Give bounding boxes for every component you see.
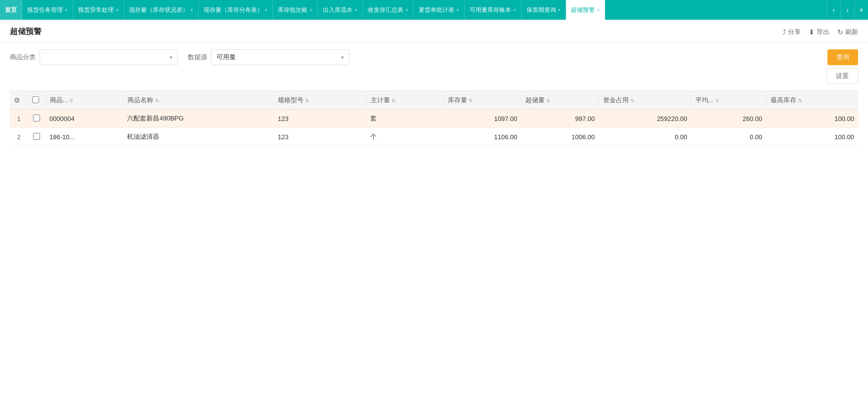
row-name: 六配套新昌490BPG <box>123 110 273 128</box>
row-num: 2 <box>10 128 28 146</box>
close-icon[interactable]: × <box>513 7 516 13</box>
header-actions: ⤴ 分享 ⬇ 导出 ↻ 刷新 <box>782 28 858 37</box>
nav-tab-stock-dist[interactable]: 现存量（库存分布表） × <box>199 0 273 20</box>
nav-arrow-right[interactable]: › <box>840 0 854 20</box>
row-checkbox[interactable] <box>33 115 40 121</box>
row-capital: 259220.00 <box>599 110 691 128</box>
th-code-label: 商品... <box>50 96 68 105</box>
datasource-label: 数据源 <box>188 53 207 62</box>
row-checkbox-cell <box>28 128 45 146</box>
th-avg-label: 平均... <box>695 96 714 105</box>
close-icon[interactable]: × <box>190 7 193 13</box>
th-spec[interactable]: 规格型号 ⇅ <box>274 91 366 110</box>
close-icon[interactable]: × <box>597 7 600 13</box>
close-icon[interactable]: × <box>354 7 357 13</box>
th-stock-label: 库存量 <box>448 96 467 105</box>
table-header-row: ⚙ 商品... ⇅ 商品名称 ⇅ <box>10 91 858 110</box>
row-stock: 1097.00 <box>444 110 521 128</box>
nav-tab-stock-status[interactable]: 现存量（库存状况表） × <box>124 0 199 20</box>
row-avg: 0.00 <box>691 128 766 146</box>
th-checkbox <box>28 91 45 110</box>
refresh-icon: ↻ <box>837 28 843 36</box>
nav-tab-overstock[interactable]: 超储预警 × <box>566 0 605 20</box>
page-header: 超储预警 ⤴ 分享 ⬇ 导出 ↻ 刷新 <box>0 20 868 42</box>
nav-tab-shelf-life[interactable]: 保质期查询 × <box>521 0 566 20</box>
sort-icon: ⇅ <box>630 98 634 103</box>
overstock-table: ⚙ 商品... ⇅ 商品名称 ⇅ <box>10 91 858 146</box>
select-all-checkbox[interactable] <box>32 96 39 103</box>
share-button[interactable]: ⤴ 分享 <box>782 28 801 37</box>
row-num: 1 <box>10 110 28 128</box>
close-icon[interactable]: × <box>116 7 119 13</box>
datasource-filter: 数据源 可用量 ▾ <box>188 49 349 65</box>
row-unit: 个 <box>366 128 444 146</box>
row-stock: 1106.00 <box>444 128 521 146</box>
nav-tab-receive[interactable]: 收发存汇总表 × <box>363 0 414 20</box>
chevron-down-icon: ▾ <box>341 54 344 61</box>
close-icon[interactable]: × <box>405 7 408 13</box>
sort-icon: ⇅ <box>69 98 73 103</box>
gear-icon[interactable]: ⚙ <box>14 96 20 104</box>
query-button[interactable]: 查询 <box>827 49 858 65</box>
th-stock[interactable]: 库存量 ⇅ <box>444 91 521 110</box>
row-checkbox[interactable] <box>33 133 40 140</box>
top-navigation: 首页 拣货任务管理 × 拣货异常处理 × 现存量（库存状况表） × 现存量（库存… <box>0 0 868 20</box>
th-max-stock[interactable]: 最高库存 ⇅ <box>766 91 858 110</box>
page-title: 超储预警 <box>10 27 42 37</box>
refresh-button[interactable]: ↻ 刷新 <box>837 28 858 37</box>
row-spec: 123 <box>274 110 366 128</box>
table-container: ⚙ 商品... ⇅ 商品名称 ⇅ <box>0 91 868 146</box>
nav-tab-task-mgmt[interactable]: 拣货任务管理 × <box>22 0 73 20</box>
row-name: 机油滤清器 <box>123 128 273 146</box>
row-overstock: 997.00 <box>521 110 599 128</box>
th-gear: ⚙ <box>10 91 28 110</box>
th-capital-label: 资金占用 <box>603 96 629 105</box>
close-icon[interactable]: × <box>558 7 561 13</box>
sort-icon: ⇅ <box>391 98 395 103</box>
close-icon[interactable]: × <box>309 7 312 13</box>
row-code: 186-10... <box>45 128 123 146</box>
th-name[interactable]: 商品名称 ⇅ <box>123 91 273 110</box>
row-avg: 260.00 <box>691 110 766 128</box>
datasource-select[interactable]: 可用量 ▾ <box>211 49 349 65</box>
datasource-select-value: 可用量 <box>217 53 236 62</box>
sort-icon: ⇅ <box>715 98 719 103</box>
category-select[interactable]: ▾ <box>40 49 178 65</box>
th-spec-label: 规格型号 <box>278 96 304 105</box>
nav-tab-usable-stock[interactable]: 可用量库存账本 × <box>465 0 521 20</box>
export-button[interactable]: ⬇ 导出 <box>809 28 829 37</box>
main-content: 超储预警 ⤴ 分享 ⬇ 导出 ↻ 刷新 商品分类 ▾ 数据源 <box>0 20 868 395</box>
sort-icon: ⇅ <box>305 98 309 103</box>
chevron-down-icon: ▾ <box>170 54 173 61</box>
row-overstock: 1006.00 <box>521 128 599 146</box>
settings-button[interactable]: 设置 <box>826 68 858 84</box>
close-icon[interactable]: × <box>65 7 68 13</box>
nav-arrow-close[interactable]: × <box>854 0 868 20</box>
close-icon[interactable]: × <box>456 7 459 13</box>
row-spec: 123 <box>274 128 366 146</box>
th-unit-label: 主计量 <box>371 96 390 105</box>
th-overstock[interactable]: 超储量 ⇅ <box>521 91 599 110</box>
share-icon: ⤴ <box>782 28 786 36</box>
export-icon: ⬇ <box>809 28 815 36</box>
th-overstock-label: 超储量 <box>525 96 545 105</box>
nav-tab-inout[interactable]: 出入库流水 × <box>318 0 363 20</box>
nav-arrows: ‹ › × <box>826 0 868 20</box>
row-capital: 0.00 <box>599 128 691 146</box>
th-unit[interactable]: 主计量 ⇅ <box>366 91 444 110</box>
th-capital[interactable]: 资金占用 ⇅ <box>599 91 691 110</box>
nav-tab-batch[interactable]: 库存批次账 × <box>273 0 318 20</box>
row-checkbox-cell <box>28 110 45 128</box>
nav-tab-exception[interactable]: 拣货异常处理 × <box>73 0 124 20</box>
nav-tab-home[interactable]: 首页 <box>0 0 22 20</box>
th-code[interactable]: 商品... ⇅ <box>45 91 123 110</box>
sort-icon: ⇅ <box>546 98 550 103</box>
category-filter: 商品分类 ▾ <box>10 49 178 65</box>
nav-tab-order-stat[interactable]: 要货单统计表 × <box>414 0 465 20</box>
row-unit: 套 <box>366 110 444 128</box>
table-row: 2 186-10... 机油滤清器 123 个 1106.00 1006.00 … <box>10 128 858 146</box>
nav-arrow-left[interactable]: ‹ <box>826 0 840 20</box>
th-avg[interactable]: 平均... ⇅ <box>691 91 766 110</box>
sort-icon: ⇅ <box>155 98 159 103</box>
close-icon[interactable]: × <box>265 7 268 13</box>
